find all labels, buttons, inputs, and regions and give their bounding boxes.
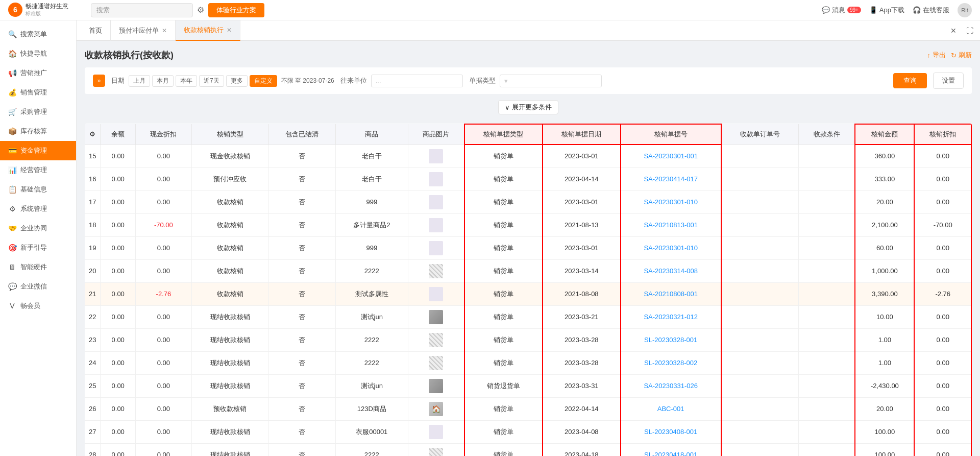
sidebar-item-sales[interactable]: 💰 销售管理 [0, 83, 76, 102]
export-icon: ↑ [927, 52, 931, 59]
bill-no-link[interactable]: SA-20230301-010 [644, 244, 698, 252]
cell-writeoff-bill-no[interactable]: SL-20230328-002 [621, 351, 721, 374]
sidebar-item-guide[interactable]: 🎯 新手引导 [0, 238, 76, 257]
sidebar-item-nav[interactable]: 🏠 快捷导航 [0, 44, 76, 63]
sidebar-item-marketing[interactable]: 📢 营销推广 [0, 63, 76, 83]
date-this-year[interactable]: 本年 [176, 75, 197, 87]
sidebar-item-hardware[interactable]: 🖥 智能硬件 [0, 257, 76, 277]
date-more[interactable]: 更多 [226, 75, 248, 87]
cell-writeoff-discount: 0.00 [914, 305, 971, 328]
bill-no-link[interactable]: SA-20230321-012 [644, 313, 698, 321]
date-last-month[interactable]: 上月 [129, 75, 150, 87]
cell-writeoff-bill-no[interactable]: SL-20230328-001 [621, 328, 721, 351]
th-balance: 余额 [101, 124, 135, 145]
tab-close-prepay[interactable]: ✕ [162, 27, 167, 34]
sidebar-item-collab[interactable]: 🤝 企业协同 [0, 219, 76, 238]
cell-goods-image [408, 259, 464, 282]
cell-writeoff-bill-no[interactable]: SA-20230301-010 [621, 236, 721, 259]
expand-more-btn[interactable]: ∨ 展开更多条件 [498, 100, 558, 114]
bill-no-link[interactable]: SL-20230328-002 [644, 359, 697, 367]
cell-include-settled: 否 [269, 351, 336, 374]
bill-no-link[interactable]: SA-20210808-001 [644, 290, 698, 298]
cell-id: 18 [85, 213, 101, 236]
cell-writeoff-bill-no[interactable]: ABC-001 [621, 397, 721, 420]
cell-goods-image [408, 167, 464, 190]
th-writeoff-bill-date: 核销单据日期 [543, 124, 621, 145]
bill-no-link[interactable]: SL-20230328-001 [644, 336, 697, 344]
app-download-btn[interactable]: 📱 App下载 [869, 6, 904, 15]
sidebar-item-search[interactable]: 🔍 搜索菜单 [0, 25, 76, 44]
cell-writeoff-bill-no[interactable]: SL-20230418-001 [621, 443, 721, 456]
cell-id: 22 [85, 305, 101, 328]
date-this-month[interactable]: 本月 [152, 75, 174, 87]
bill-no-link[interactable]: SA-20230331-026 [644, 382, 698, 390]
message-btn[interactable]: 💬 消息 99+ [822, 6, 861, 15]
bill-no-link[interactable]: SL-20230408-001 [644, 428, 697, 436]
cell-include-settled: 否 [269, 328, 336, 351]
settings-button[interactable]: 设置 [933, 73, 964, 89]
cell-writeoff-discount: 0.00 [914, 397, 971, 420]
bill-no-link[interactable]: SA-20230301-001 [644, 152, 698, 160]
sidebar-item-wechat[interactable]: 💬 企业微信 [0, 277, 76, 296]
cell-receipt-condition [799, 397, 855, 420]
sidebar-item-purchase[interactable]: 🛒 采购管理 [0, 102, 76, 122]
top-bar: 6 畅捷通谱好生意 标准版 搜索 ⚙ 体验行业方案 💬 消息 99+ 📱 App… [0, 0, 980, 20]
finance-icon: 💳 [8, 147, 16, 155]
cell-writeoff-discount: 0.00 [914, 236, 971, 259]
date-7days[interactable]: 近7天 [199, 75, 224, 87]
sidebar-item-finance[interactable]: 💳 资金管理 [0, 141, 76, 160]
date-btns: 上月 本月 本年 近7天 更多 自定义 [129, 75, 277, 87]
tab-home[interactable]: 首页 [81, 20, 111, 41]
sidebar-item-inventory[interactable]: 📦 库存核算 [0, 122, 76, 141]
member-icon: V [8, 302, 16, 310]
gear-icon[interactable]: ⚙ [197, 5, 204, 15]
online-service-btn[interactable]: 🎧 在线客服 [913, 6, 949, 15]
bill-no-link[interactable]: SL-20230418-001 [644, 451, 697, 456]
query-button[interactable]: 查询 [893, 73, 927, 88]
tab-close-all-btn[interactable]: ✕ [947, 25, 960, 37]
cell-goods-image [408, 282, 464, 305]
search-placeholder: 搜索 [96, 6, 110, 15]
cell-writeoff-discount: -2.76 [914, 282, 971, 305]
cell-writeoff-bill-no[interactable]: SA-20230414-017 [621, 167, 721, 190]
refresh-btn[interactable]: ↻ 刷新 [951, 51, 972, 60]
export-btn[interactable]: ↑ 导出 [927, 51, 946, 60]
sidebar-item-basic[interactable]: 📋 基础信息 [0, 180, 76, 199]
cell-writeoff-bill-no[interactable]: SA-20230314-008 [621, 259, 721, 282]
cell-writeoff-bill-no[interactable]: SA-20210808-001 [621, 282, 721, 305]
tab-expand-btn[interactable]: ⛶ [964, 25, 976, 37]
bill-no-link[interactable]: ABC-001 [657, 405, 684, 413]
counterpart-input[interactable]: ... [371, 75, 463, 87]
cell-writeoff-bill-no[interactable]: SA-20230321-012 [621, 305, 721, 328]
tab-prepay[interactable]: 预付冲应付单 ✕ [111, 20, 176, 41]
th-writeoff-discount: 核销折扣 [914, 124, 971, 145]
tab-close-receipt[interactable]: ✕ [227, 27, 232, 34]
cell-include-settled: 否 [269, 190, 336, 213]
cell-writeoff-bill-no[interactable]: SA-20230301-001 [621, 145, 721, 167]
bill-no-link[interactable]: SA-20230301-010 [644, 198, 698, 206]
cell-writeoff-amount: 360.00 [855, 145, 914, 167]
cell-writeoff-bill-no[interactable]: SL-20230408-001 [621, 420, 721, 443]
date-custom[interactable]: 自定义 [250, 75, 277, 87]
page-title: 收款核销执行(按收款) [85, 49, 174, 61]
cell-writeoff-bill-no[interactable]: SA-20210813-001 [621, 213, 721, 236]
cell-writeoff-discount: 0.00 [914, 443, 971, 456]
cell-receipt-condition [799, 236, 855, 259]
billtype-select[interactable]: ▾ [500, 75, 602, 87]
cell-include-settled: 否 [269, 374, 336, 397]
industry-button[interactable]: 体验行业方案 [208, 3, 264, 17]
bill-no-link[interactable]: SA-20230414-017 [644, 175, 698, 183]
filter-expand-btn[interactable]: » [93, 75, 105, 87]
cell-writeoff-bill-no[interactable]: SA-20230301-010 [621, 190, 721, 213]
cell-goods-image [408, 351, 464, 374]
cell-writeoff-type: 收款核销 [191, 259, 268, 282]
sidebar-item-member[interactable]: V 畅会员 [0, 296, 76, 316]
bill-no-link[interactable]: SA-20210813-001 [644, 221, 698, 229]
cell-writeoff-type: 现结收款核销 [191, 420, 268, 443]
user-avatar[interactable]: Rit [958, 3, 972, 17]
sidebar-item-operation[interactable]: 📊 经营管理 [0, 160, 76, 180]
tab-receipt-writeoff[interactable]: 收款核销执行 ✕ [176, 20, 240, 41]
sidebar-item-system[interactable]: ⚙ 系统管理 [0, 199, 76, 219]
bill-no-link[interactable]: SA-20230314-008 [644, 267, 698, 275]
cell-writeoff-bill-no[interactable]: SA-20230331-026 [621, 374, 721, 397]
